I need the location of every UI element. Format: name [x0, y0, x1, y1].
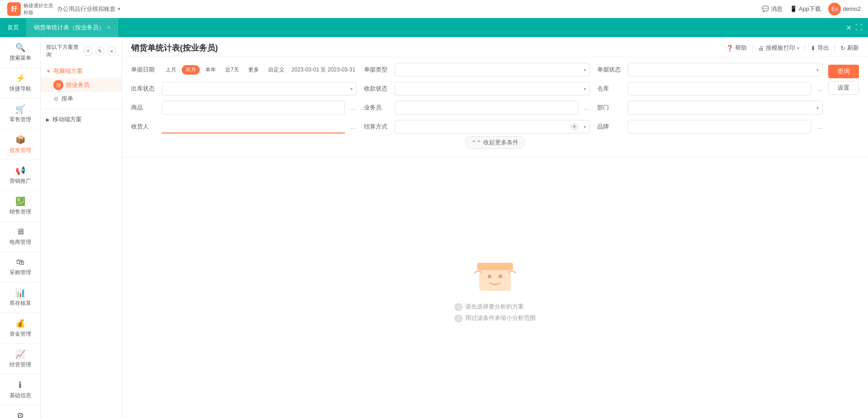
top-bar-right: 💬 消息 📱 App下载 Ea demo2	[762, 3, 861, 15]
dept-select[interactable]: ▾	[628, 101, 823, 114]
docstatus-arrow-icon: ▾	[816, 67, 819, 72]
query-btn[interactable]: 查询	[828, 65, 859, 78]
sidebar-item-purchase[interactable]: 🛍 采购管理	[0, 252, 40, 282]
date-btn-this-month[interactable]: 本月	[182, 65, 200, 75]
filter-paymethod-col: 结算方式 × ▾	[364, 120, 590, 133]
salesman-input[interactable]	[395, 101, 578, 114]
date-btn-custom[interactable]: 自定义	[264, 65, 288, 75]
action-divider-3	[835, 44, 835, 52]
print-btn[interactable]: 🖨 按模板打印 ▾	[758, 44, 799, 52]
empty-steps: 1 请先选择要分析的方案 2 用过滤条件来缩小分析范围	[454, 303, 536, 325]
tree-mobile-section: ▶ 移动端方案	[41, 111, 122, 128]
edit-scheme-btn[interactable]: ✎	[95, 47, 104, 56]
sidebar-item-ecommerce[interactable]: 🖥 电商管理	[0, 222, 40, 252]
date-btn-more[interactable]: 更多	[245, 65, 263, 75]
action-divider-1	[752, 44, 753, 52]
logo-icon: 好	[7, 2, 21, 16]
settings-btn[interactable]: 设置	[828, 81, 859, 95]
doctype-select[interactable]: ▾	[395, 63, 590, 76]
tree-mobile-group[interactable]: ▶ 移动端方案	[41, 113, 122, 126]
ecommerce-icon: 🖥	[16, 227, 24, 237]
filter-row-3: 商品 … 业务员 … 部门	[131, 101, 823, 114]
sidebar-item-basic[interactable]: ℹ 基础信息	[0, 375, 40, 405]
app-download-btn[interactable]: 📱 App下载	[790, 5, 821, 13]
consignee-dots-btn[interactable]: …	[350, 123, 357, 130]
inventory-icon: 📊	[15, 288, 25, 298]
retail-icon: 🛒	[15, 104, 25, 114]
outstatus-label: 出库状态	[131, 85, 158, 93]
filter-salesman-col: 业务员 …	[364, 101, 590, 114]
breadcrumb[interactable]: 办公用品行业模拟账套 ▾	[57, 5, 121, 13]
sidebar-item-finance[interactable]: 💰 资金管理	[0, 313, 40, 344]
date-btn-this-year[interactable]: 本年	[202, 65, 220, 75]
tab-maximize-icon[interactable]: ⛶	[855, 24, 863, 32]
date-btn-7days[interactable]: 近7天	[222, 65, 243, 75]
filter-rows-main: 单据日期 上月 本月 本年 近7天 更多 自定义 2023-03-01 至 20…	[131, 63, 823, 133]
svg-point-2	[488, 275, 491, 278]
export-btn[interactable]: ⬇ 导出	[811, 44, 829, 52]
filter-warehouse-col: 仓库 …	[597, 82, 823, 95]
collapse-up-icon: ⌃⌃	[472, 139, 481, 146]
tab-home[interactable]: 首页	[0, 18, 27, 37]
sidebar-item-quick[interactable]: ⚡ 快捷导航	[0, 68, 40, 99]
filter-area: 单据日期 上月 本月 本年 近7天 更多 自定义 2023-03-01 至 20…	[122, 57, 868, 157]
paymethod-select[interactable]: × ▾	[395, 120, 590, 133]
sidebar-item-wholesale[interactable]: 📦 批发管理	[0, 129, 40, 160]
sidebar-item-inventory[interactable]: 📊 库存核算	[0, 282, 40, 313]
filter-row-1: 单据日期 上月 本月 本年 近7天 更多 自定义 2023-03-01 至 20…	[131, 63, 823, 76]
warehouse-input[interactable]	[628, 82, 811, 95]
avatar-image: Ea	[828, 3, 841, 15]
goods-dots-btn[interactable]: …	[350, 104, 357, 111]
refresh-btn[interactable]: ↻ 刷新	[840, 44, 859, 52]
sidebar-item-search[interactable]: 🔍 搜索菜单	[0, 37, 40, 68]
quick-icon: ⚡	[15, 73, 25, 83]
outstatus-select[interactable]: ▾	[162, 82, 357, 95]
step-num-2: 2	[454, 314, 462, 323]
sidebar-item-marketing[interactable]: 📢 营销推广	[0, 160, 40, 191]
left-panel-header: 按以下方案查询 + ✎ «	[41, 42, 122, 62]
print-icon: 🖨	[758, 45, 764, 52]
step-num-1: 1	[454, 303, 462, 311]
sidebar-item-operation[interactable]: 📈 经营管理	[0, 344, 40, 375]
goods-input[interactable]	[162, 101, 345, 114]
brand-input[interactable]	[628, 120, 811, 133]
user-avatar[interactable]: Ea demo2	[828, 3, 861, 15]
empty-icon	[472, 250, 518, 295]
date-range-display: 2023-03-01 至 2023-03-31	[292, 66, 355, 74]
message-btn[interactable]: 💬 消息	[762, 5, 783, 13]
page-actions: ❓ 帮助 🖨 按模板打印 ▾ ⬇ 导出	[726, 44, 859, 52]
date-btn-last-month[interactable]: 上月	[162, 65, 180, 75]
collapse-panel-btn[interactable]: «	[107, 47, 116, 56]
top-bar-left: 好 畅捷通好生意 标版 办公用品行业模拟账套 ▾	[7, 2, 121, 16]
paymethod-clear-tag[interactable]: ×	[570, 123, 579, 130]
docstatus-select[interactable]: ▾	[628, 63, 823, 76]
filter-date-col: 单据日期 上月 本月 本年 近7天 更多 自定义 2023-03-01 至 20…	[131, 65, 357, 75]
receivestatus-select[interactable]: ▾	[395, 82, 590, 95]
page-title: 销货单统计表(按业务员)	[131, 43, 218, 53]
help-btn[interactable]: ❓ 帮助	[726, 44, 747, 52]
tree-desktop-group[interactable]: ▼ 电脑端方案	[41, 64, 122, 78]
empty-step-2: 2 用过滤条件来缩小分析范围	[454, 314, 536, 323]
brand-dots-btn[interactable]: …	[816, 123, 823, 130]
tab-active[interactable]: 销货单统计表（按业务员） ×	[27, 18, 118, 37]
collapse-btn[interactable]: ⌃⌃ 收起更多条件	[466, 136, 524, 149]
filter-doctype-col: 单据类型 ▾	[364, 63, 590, 76]
operation-icon: 📈	[15, 349, 25, 359]
consignee-label: 收货人	[131, 123, 158, 131]
tab-close-window-icon[interactable]: ✕	[846, 24, 852, 32]
sidebar-item-retail[interactable]: 🛒 零售管理	[0, 99, 40, 129]
svg-rect-1	[477, 263, 513, 270]
tab-close-icon[interactable]: ×	[107, 24, 110, 31]
filter-row-2: 出库状态 ▾ 收款状态 ▾	[131, 82, 823, 95]
paymethod-close-icon[interactable]: ×	[573, 124, 576, 130]
consignee-input[interactable]	[162, 120, 345, 133]
tree-item-by-salesman[interactable]: 按 按业务员	[41, 78, 122, 92]
sidebar-item-system[interactable]: ⚙ 系统管理	[0, 405, 40, 418]
filter-docstatus-col: 单据状态 ▾	[597, 63, 823, 76]
tree-item-by-order[interactable]: ⊕ 按单	[41, 92, 122, 105]
warehouse-dots-btn[interactable]: …	[816, 85, 823, 92]
add-scheme-btn[interactable]: +	[84, 47, 93, 56]
main-layout: 🔍 搜索菜单 ⚡ 快捷导航 🛒 零售管理 📦 批发管理 📢 营销推广 💹 销售管…	[0, 37, 868, 418]
salesman-dots-btn[interactable]: …	[584, 104, 590, 111]
sidebar-item-sales[interactable]: 💹 销售管理	[0, 191, 40, 222]
